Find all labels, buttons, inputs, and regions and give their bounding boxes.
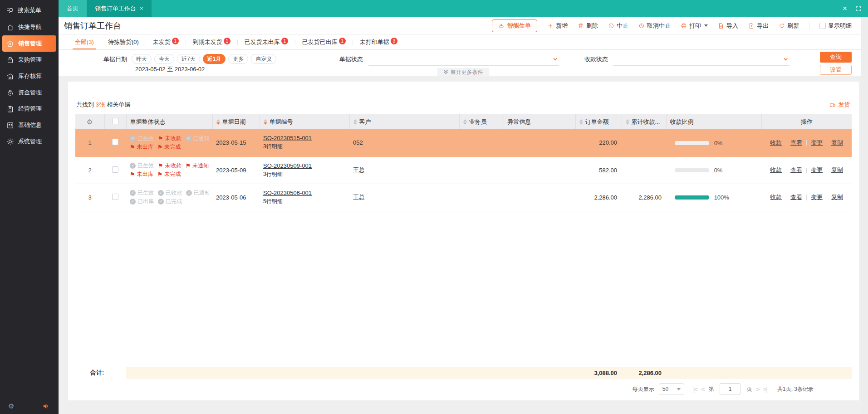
sidebar-item-system[interactable]: 系统管理	[0, 133, 59, 150]
show-detail-toggle[interactable]: 显示明细	[819, 22, 852, 30]
sort-control[interactable]	[626, 119, 629, 125]
row-checkbox[interactable]	[112, 139, 118, 145]
sidebar-item-quick-nav[interactable]: 快捷导航	[0, 19, 59, 35]
page-number-input[interactable]	[720, 383, 740, 395]
refresh-button[interactable]: 刷新	[779, 22, 799, 30]
table-row[interactable]: 3 ✓已生效✓已收款✓已通知 ✓已出库✓已完成 2023-05-06 SO-20…	[75, 184, 852, 211]
row-action-copy[interactable]: 复制	[831, 139, 843, 146]
col-salesperson[interactable]: 业务员	[469, 118, 487, 126]
order-no-link[interactable]: SO-20230506-001	[263, 190, 312, 196]
doc-status-select[interactable]	[368, 54, 559, 66]
date-chip-today[interactable]: 今天	[154, 54, 174, 64]
date-chip-last7days[interactable]: 近7天	[177, 54, 200, 64]
smart-create-button[interactable]: 智能生单	[492, 19, 537, 32]
row-amount: 582.00	[575, 156, 622, 184]
sidebar-item-label: 系统管理	[18, 137, 42, 146]
settings-gear-icon[interactable]: ⚙	[8, 402, 14, 410]
col-order-no[interactable]: 单据编号	[270, 118, 293, 126]
expand-more-label: 展开更多条件	[451, 68, 483, 76]
sidebar-search-menu[interactable]: 搜索菜单	[0, 0, 59, 19]
sort-control[interactable]	[463, 119, 467, 125]
vertical-scrollbar[interactable]	[861, 17, 868, 414]
export-button[interactable]: 导出	[748, 22, 769, 30]
status-tab-shipped-not-out[interactable]: 已发货未出库1	[238, 35, 295, 49]
col-amount[interactable]: 订单金额	[585, 118, 609, 126]
row-action-change[interactable]: 变更	[811, 194, 823, 200]
payment-status-select[interactable]	[613, 54, 790, 66]
row-action-receive-payment[interactable]: 收款	[770, 139, 782, 146]
check-circle-icon: ✓	[158, 190, 164, 196]
order-no-link[interactable]: SO-20230509-001	[263, 162, 312, 169]
query-button[interactable]: 查询	[820, 52, 852, 63]
expand-more-conditions[interactable]: 展开更多条件	[437, 68, 490, 76]
print-button[interactable]: 打印	[681, 22, 708, 30]
cancel-abort-button[interactable]: 取消中止	[638, 22, 671, 30]
order-no-link[interactable]: SO-20230515-001	[263, 135, 312, 141]
tab-close-icon[interactable]: ×	[140, 5, 143, 12]
sidebar-item-operations[interactable]: 经营管理	[0, 101, 59, 117]
status-badge-flag: ⚑未出库	[130, 143, 153, 151]
sidebar-item-funds[interactable]: ¥ 资金管理	[0, 84, 59, 101]
date-chip-custom[interactable]: 自定义	[251, 54, 276, 64]
last-page-icon[interactable]: >|	[763, 386, 767, 393]
announcement-speaker-icon[interactable]	[42, 403, 49, 410]
abort-button[interactable]: 中止	[608, 22, 628, 30]
sidebar-item-inventory[interactable]: 库存核算	[0, 68, 59, 84]
sort-control[interactable]	[216, 119, 220, 125]
per-page-select[interactable]: 50	[659, 383, 684, 395]
select-all-checkbox[interactable]	[112, 118, 118, 124]
status-tab-overdue[interactable]: 到期未发货1	[186, 35, 237, 49]
row-action-view[interactable]: 查看	[790, 139, 802, 146]
row-action-change[interactable]: 变更	[811, 139, 823, 146]
sort-control[interactable]	[264, 119, 267, 125]
show-detail-checkbox[interactable]	[819, 23, 826, 29]
warehouse-icon	[6, 73, 14, 80]
sidebar-item-purchase[interactable]: 采购管理	[0, 52, 59, 68]
add-button[interactable]: 新增	[547, 22, 568, 30]
date-chip-more[interactable]: 更多	[228, 54, 248, 64]
row-action-change[interactable]: 变更	[811, 166, 823, 173]
table-row[interactable]: 2 ✓已生效⚑未收款⚑未通知 ⚑未出库⚑未完成 2023-05-09 SO-20…	[75, 156, 852, 184]
status-tab-unprinted[interactable]: 未打印单据3	[353, 35, 404, 49]
column-settings-gear-icon[interactable]: ⚙	[79, 118, 101, 126]
check-circle-icon: ✓	[130, 199, 136, 205]
prev-page-icon[interactable]: <	[701, 386, 705, 393]
fullscreen-icon[interactable]	[855, 5, 862, 12]
row-action-view[interactable]: 查看	[790, 194, 802, 200]
table-row[interactable]: 1 ✓已生效⚑未收款✓已通知 ⚑未出库⚑未完成 2023-05-15 SO-20…	[75, 129, 852, 156]
row-action-receive-payment[interactable]: 收款	[770, 194, 782, 200]
ship-button[interactable]: 发货	[829, 101, 850, 109]
sidebar-item-sales[interactable]: $ 销售管理	[2, 35, 56, 52]
next-page-icon[interactable]: >	[756, 386, 759, 393]
row-action-view[interactable]: 查看	[790, 166, 802, 173]
status-tab-shipped-out[interactable]: 已发货已出库1	[295, 35, 353, 49]
row-action-copy[interactable]: 复制	[831, 194, 843, 200]
col-received[interactable]: 累计收款...	[632, 118, 660, 126]
row-checkbox[interactable]	[112, 166, 118, 173]
tab-sales-order-workbench[interactable]: 销售订单工作台 ×	[87, 0, 152, 17]
status-tab-pending-pick[interactable]: 待拣验货(0)	[101, 35, 146, 49]
payment-status-label: 收款状态	[584, 54, 608, 65]
row-action-receive-payment[interactable]: 收款	[770, 166, 782, 173]
col-customer[interactable]: 客户	[359, 118, 371, 126]
settings-button[interactable]: 设置	[820, 65, 852, 75]
first-page-icon[interactable]: |<	[693, 386, 697, 393]
close-icon[interactable]: ×	[843, 5, 847, 12]
col-date[interactable]: 单据日期	[222, 118, 246, 126]
row-action-copy[interactable]: 复制	[831, 166, 843, 173]
result-prefix: 共找到	[76, 101, 94, 109]
delete-button[interactable]: 删除	[578, 22, 598, 30]
import-button[interactable]: 导入	[718, 22, 738, 30]
status-tab-not-shipped[interactable]: 未发货1	[146, 35, 186, 49]
row-index: 1	[75, 129, 104, 156]
row-checkbox[interactable]	[112, 194, 118, 200]
date-chip-last-month[interactable]: 近1月	[203, 54, 226, 64]
show-detail-label: 显示明细	[828, 22, 852, 30]
sidebar-item-base-info[interactable]: 基础信息	[0, 117, 59, 133]
sort-control[interactable]	[353, 119, 357, 125]
status-badge-ok: ✓已通知	[186, 189, 209, 197]
status-tab-all[interactable]: 全部(3)	[68, 35, 101, 49]
tab-home[interactable]: 首页	[59, 0, 87, 17]
date-chip-yesterday[interactable]: 昨天	[132, 54, 152, 64]
sort-control[interactable]	[579, 119, 583, 125]
